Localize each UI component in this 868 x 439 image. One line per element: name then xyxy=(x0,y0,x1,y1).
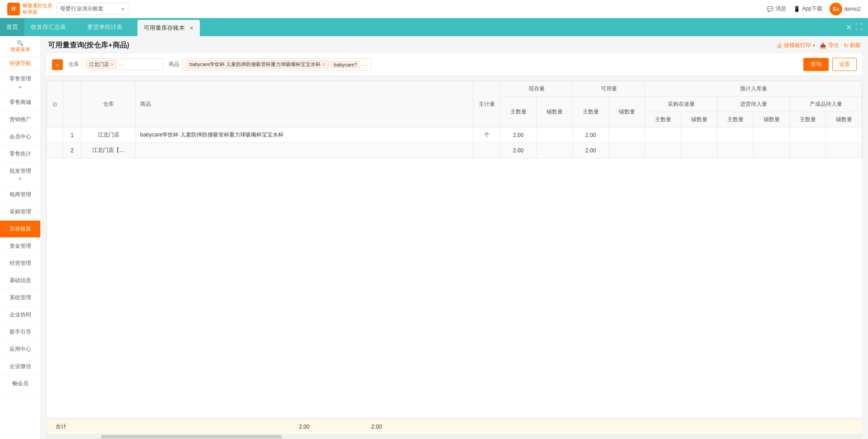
th-incoming-main: 主数量 xyxy=(717,112,754,127)
tab-home[interactable]: 首页 xyxy=(0,18,24,36)
logo-icon: 好 xyxy=(7,3,20,15)
tab-inventory-book-label: 可用量库存账本 xyxy=(144,24,185,32)
sidebar-item-member-center[interactable]: 会员中心 xyxy=(0,128,40,146)
tab-order-summary-close[interactable]: ✕ xyxy=(127,24,131,30)
template-print-btn[interactable]: 🖨 按模板打印 ▾ xyxy=(777,42,815,49)
warehouse-more[interactable]: ··· xyxy=(119,61,124,68)
sidebar-item-ecommerce[interactable]: 电商管理 xyxy=(0,186,40,203)
warehouse-input[interactable]: 江北门店 ✕ ··· xyxy=(82,58,163,71)
tab-receive-summary[interactable]: 收发存汇总表 ✕ xyxy=(24,18,81,36)
sidebar-item-vip-member[interactable]: 畅会员 xyxy=(0,375,40,392)
warehouse-filter-group: 仓库 江北门店 ✕ ··· xyxy=(68,58,163,71)
sidebar-item-retail-store[interactable]: 零售商城 xyxy=(0,94,40,111)
tab-inventory-book[interactable]: 可用量库存账本 ✕ xyxy=(137,20,200,36)
cell-prod-aux-2 xyxy=(826,143,862,158)
chevron-icon-wholesale: ▼ xyxy=(18,176,23,181)
th-production-group: 产成品待入量 xyxy=(790,97,862,112)
cell-unit-2 xyxy=(473,143,500,158)
chevron-down-icon-print: ▾ xyxy=(813,43,815,48)
export-btn[interactable]: 📤 导出 xyxy=(820,42,839,49)
sidebar-item-system[interactable]: 系统管理 xyxy=(0,289,40,307)
message-icon: 💬 xyxy=(767,6,774,12)
header-left: 好 畅捷通好生意 标准版 母婴行业演示账套 ▾ xyxy=(7,3,128,15)
refresh-btn[interactable]: ↻ 刷新 xyxy=(844,42,861,49)
industry-selector[interactable]: 母婴行业演示账套 ▾ xyxy=(56,3,128,15)
sidebar-item-wholesale-mgmt[interactable]: 批发管理 ▼ xyxy=(0,163,40,186)
table-area: ⚙ 仓库 商品 主计量 现存量 可用量 预计入库量 主数量 辅数 xyxy=(46,80,863,439)
tab-bar-actions: ✕ ⛶ xyxy=(840,23,868,32)
product-tag-1: babycare学饮杯 儿童防摔防撞吸管杯重力球吸嘴杯宝宝水杯 ✕ xyxy=(186,60,329,69)
sidebar-item-enterprise-collab[interactable]: 企业协同 xyxy=(0,307,40,324)
cell-stock-aux-1 xyxy=(537,127,573,143)
sidebar-item-purchase[interactable]: 采购管理 xyxy=(0,203,40,221)
filter-action-buttons: 查询 设置 xyxy=(803,58,857,71)
cell-pt-main-1 xyxy=(645,127,681,143)
sidebar-item-inventory-check[interactable]: 库存核算 xyxy=(0,221,40,238)
chevron-icon: ▲ xyxy=(18,84,23,89)
query-button[interactable]: 查询 xyxy=(803,58,829,71)
sidebar: 🔍 搜索菜单 快捷导航 零售管理 ▲ 零售商城 营销推广 会员中心 零售统计 批… xyxy=(0,36,41,439)
sidebar-item-operations[interactable]: 经营管理 xyxy=(0,255,40,272)
warehouse-tag-close[interactable]: ✕ xyxy=(110,62,114,67)
cell-pt-aux-2 xyxy=(681,143,717,158)
sidebar-quick-nav[interactable]: 快捷导航 xyxy=(0,57,40,71)
cell-seq-1: 1 xyxy=(63,127,81,143)
sidebar-item-finance[interactable]: 资金管理 xyxy=(0,238,40,255)
tab-receive-summary-close[interactable]: ✕ xyxy=(71,24,75,30)
sidebar-item-basic-info[interactable]: 基础信息 xyxy=(0,272,40,289)
user-avatar-area[interactable]: Ea demo2 xyxy=(830,3,861,15)
horizontal-scrollbar[interactable] xyxy=(47,434,862,439)
settings-button[interactable]: 设置 xyxy=(832,58,857,71)
warehouse-tag: 江北门店 ✕ xyxy=(86,60,117,69)
footer-available-main: 2.00 xyxy=(359,424,395,430)
app-download-btn[interactable]: 📱 App下载 xyxy=(793,5,822,13)
cell-prod-main-2 xyxy=(790,143,826,158)
tab-close-all-icon[interactable]: ✕ xyxy=(846,23,852,32)
sidebar-item-retail-stats[interactable]: 零售统计 xyxy=(0,146,40,163)
th-available-group: 可用量 xyxy=(573,81,645,97)
sidebar-item-retail-mgmt[interactable]: 零售管理 ▲ xyxy=(0,71,40,94)
table-scroll[interactable]: ⚙ 仓库 商品 主计量 现存量 可用量 预计入库量 主数量 辅数 xyxy=(47,81,862,418)
tab-order-summary[interactable]: 要货单统计表 ✕ xyxy=(81,18,137,36)
cell-pt-main-2 xyxy=(645,143,681,158)
cell-prod-main-1 xyxy=(790,127,826,143)
filter-expand-btn[interactable]: » xyxy=(52,59,63,70)
footer-label: 合计 xyxy=(51,423,286,430)
table-footer: 合计 2.00 2.00 xyxy=(47,418,862,434)
sidebar-item-enterprise-wechat[interactable]: 企业微信 xyxy=(0,358,40,375)
product-more[interactable]: ··· xyxy=(362,61,368,68)
sidebar-search[interactable]: 🔍 搜索菜单 xyxy=(0,36,40,57)
th-unit: 主计量 xyxy=(473,81,500,127)
warehouse-label: 仓库 xyxy=(68,61,79,68)
logo-text: 畅捷通好生意 标准版 xyxy=(23,3,52,14)
cell-in-aux-1 xyxy=(754,127,790,143)
layout: 🔍 搜索菜单 快捷导航 零售管理 ▲ 零售商城 营销推广 会员中心 零售统计 批… xyxy=(0,36,868,439)
sidebar-item-new-guide[interactable]: 新手引导 xyxy=(0,324,40,341)
tab-maximize-icon[interactable]: ⛶ xyxy=(855,23,863,31)
message-btn[interactable]: 💬 消息 xyxy=(767,5,786,13)
th-stock-aux: 辅数量 xyxy=(537,97,573,127)
cell-warehouse-1: 江北门店 xyxy=(81,127,136,143)
cell-in-aux-2 xyxy=(754,143,790,158)
sidebar-item-app-center[interactable]: 应用中心 xyxy=(0,341,40,358)
tab-inventory-book-close[interactable]: ✕ xyxy=(189,25,193,31)
th-seq xyxy=(63,81,81,127)
cell-available-aux-2 xyxy=(609,143,645,158)
th-warehouse: 仓库 xyxy=(81,81,136,127)
th-incoming-aux: 辅数量 xyxy=(754,112,790,127)
sidebar-item-marketing[interactable]: 营销推广 xyxy=(0,111,40,128)
th-production-aux: 辅数量 xyxy=(826,112,862,127)
th-stock-main: 主数量 xyxy=(500,97,537,127)
scrollbar-thumb[interactable] xyxy=(101,435,282,439)
filter-bar: » 仓库 江北门店 ✕ ··· 商品 babycare学饮杯 儿童防摔防撞吸管杯… xyxy=(46,53,863,76)
gear-icon[interactable]: ⚙ xyxy=(52,101,58,108)
cell-pt-aux-1 xyxy=(681,127,717,143)
th-purchase-transit-group: 采购在途量 xyxy=(645,97,717,112)
mobile-icon: 📱 xyxy=(793,6,800,12)
logo-area: 好 畅捷通好生意 标准版 xyxy=(7,3,52,15)
th-available-aux: 辅数量 xyxy=(609,97,645,127)
product-tag-1-close[interactable]: ✕ xyxy=(322,62,326,67)
cell-stock-main-2: 2.00 xyxy=(500,143,537,158)
product-input[interactable]: babycare学饮杯 儿童防摔防撞吸管杯重力球吸嘴杯宝宝水杯 ✕ babyca… xyxy=(182,58,371,71)
table-row: 2 江北门店【... 2.00 2.00 xyxy=(47,143,862,158)
